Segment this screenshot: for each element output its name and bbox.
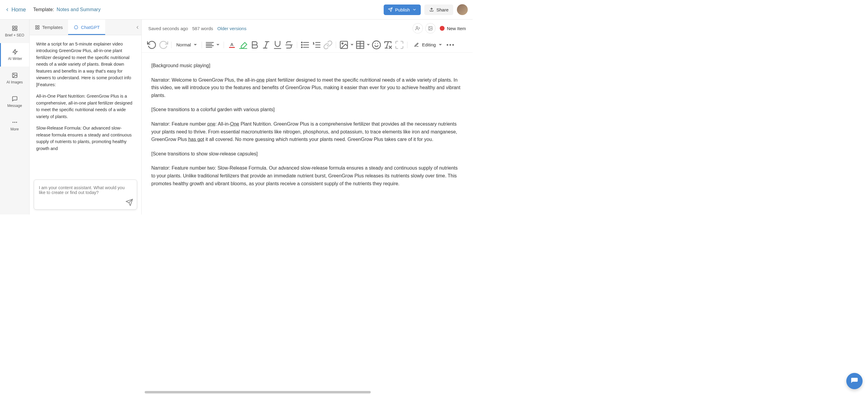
rail-brief-seo[interactable]: Brief + SEO bbox=[0, 20, 29, 43]
side-panel: Templates ChatGPT Write a script for an … bbox=[30, 20, 142, 215]
number-list-button[interactable] bbox=[312, 40, 321, 50]
underline-button[interactable] bbox=[273, 40, 282, 50]
older-versions-link[interactable]: Older versions bbox=[217, 26, 247, 31]
editing-mode-select[interactable]: Editing bbox=[412, 42, 444, 47]
rail-more[interactable]: More bbox=[0, 113, 29, 137]
more-icon bbox=[445, 40, 455, 50]
svg-rect-14 bbox=[38, 28, 39, 29]
prompt-text: Write a script for an 5-minute explainer… bbox=[36, 41, 135, 88]
rail-message[interactable]: Message bbox=[0, 90, 29, 113]
fullscreen-button[interactable] bbox=[395, 40, 404, 50]
dashboard-icon bbox=[12, 25, 18, 31]
rail-label: Brief + SEO bbox=[5, 33, 24, 37]
share-button[interactable]: Share bbox=[424, 4, 453, 15]
editor: Saved seconds ago 587 words Older versio… bbox=[142, 20, 472, 215]
template-name[interactable]: Notes and Summary bbox=[57, 7, 101, 12]
svg-point-10 bbox=[16, 122, 17, 123]
insert-image-button[interactable] bbox=[339, 40, 349, 50]
tab-label: Templates bbox=[42, 25, 63, 30]
clear-format-button[interactable] bbox=[383, 40, 393, 50]
collapse-panel-button[interactable] bbox=[133, 23, 142, 32]
document-body[interactable]: [Background music playing] Narrator: Wel… bbox=[142, 53, 472, 215]
panel-body: Write a script for an 5-minute explainer… bbox=[30, 35, 141, 215]
add-user-button[interactable] bbox=[412, 23, 423, 33]
svg-point-36 bbox=[301, 44, 302, 45]
italic-button[interactable] bbox=[261, 40, 271, 50]
strike-button[interactable] bbox=[284, 40, 294, 50]
chevron-down-icon[interactable] bbox=[350, 44, 353, 45]
doc-paragraph: [Background music playing] bbox=[151, 62, 463, 70]
rail-ai-writer[interactable]: AI Writer bbox=[0, 43, 29, 67]
emoji-button[interactable] bbox=[372, 40, 381, 50]
italic-icon bbox=[261, 40, 271, 50]
paragraph-style-select[interactable]: Normal bbox=[175, 42, 198, 47]
chat-send-button[interactable] bbox=[125, 198, 133, 206]
rail-label: AI Images bbox=[6, 80, 23, 84]
template-label: Template: bbox=[33, 7, 54, 12]
redo-button[interactable] bbox=[158, 40, 168, 50]
side-tabs: Templates ChatGPT bbox=[30, 20, 141, 35]
template-breadcrumb: Template: Notes and Summary bbox=[33, 7, 101, 12]
chevron-down-icon[interactable] bbox=[367, 44, 370, 45]
home-link[interactable]: Home bbox=[5, 7, 26, 13]
svg-rect-13 bbox=[38, 26, 39, 27]
tab-templates[interactable]: Templates bbox=[30, 20, 68, 35]
new-item-button[interactable]: New Item bbox=[440, 26, 466, 31]
doc-paragraph: Narrator: Feature number two: Slow-Relea… bbox=[151, 164, 463, 187]
bold-button[interactable] bbox=[250, 40, 259, 50]
more-icon bbox=[12, 119, 18, 125]
sidebar-rail: Brief + SEO AI Writer AI Images Message … bbox=[0, 20, 30, 215]
rail-ai-images[interactable]: AI Images bbox=[0, 67, 29, 90]
svg-point-9 bbox=[14, 122, 15, 123]
text-color-icon: A bbox=[229, 42, 235, 48]
highlight-button[interactable] bbox=[239, 40, 248, 50]
redo-icon bbox=[158, 40, 168, 50]
tab-label: ChatGPT bbox=[81, 25, 100, 30]
align-left-icon bbox=[205, 40, 215, 50]
send-icon bbox=[125, 198, 133, 206]
share-label: Share bbox=[436, 7, 448, 12]
chat-input-wrap bbox=[34, 179, 137, 210]
clear-format-icon bbox=[383, 40, 393, 50]
insert-table-button[interactable] bbox=[355, 40, 365, 50]
avatar[interactable] bbox=[457, 4, 468, 15]
prompt-text: All-in-One Plant Nutrition: GreenGrow Pl… bbox=[36, 93, 135, 120]
chevron-left-icon bbox=[5, 7, 10, 12]
publish-button[interactable]: Publish bbox=[384, 4, 421, 15]
svg-point-35 bbox=[301, 42, 302, 43]
link-button[interactable] bbox=[323, 40, 333, 50]
doc-paragraph: Narrator: Welcome to GreenGrow Plus, the… bbox=[151, 76, 463, 99]
rail-label: AI Writer bbox=[8, 57, 22, 61]
link-icon bbox=[323, 40, 333, 50]
chat-input[interactable] bbox=[39, 185, 132, 204]
bullet-list-button[interactable] bbox=[300, 40, 310, 50]
send-icon bbox=[388, 7, 393, 12]
image-icon bbox=[428, 26, 433, 31]
svg-point-37 bbox=[301, 47, 302, 47]
home-label: Home bbox=[11, 7, 26, 13]
undo-button[interactable] bbox=[147, 40, 157, 50]
status-dot-icon bbox=[440, 26, 444, 31]
toolbar: Normal A bbox=[142, 37, 472, 53]
svg-point-8 bbox=[13, 74, 14, 75]
tab-chatgpt[interactable]: ChatGPT bbox=[68, 20, 105, 35]
align-button[interactable] bbox=[205, 40, 215, 50]
highlight-icon bbox=[239, 40, 248, 50]
add-image-button[interactable] bbox=[425, 23, 435, 33]
publish-label: Publish bbox=[395, 7, 410, 12]
new-item-label: New Item bbox=[447, 26, 466, 31]
chevron-down-icon bbox=[194, 44, 197, 45]
strikethrough-icon bbox=[284, 40, 294, 50]
upload-icon bbox=[429, 7, 434, 12]
chevron-left-icon bbox=[135, 25, 140, 30]
toolbar-more-button[interactable] bbox=[445, 40, 455, 50]
editor-header: Saved seconds ago 587 words Older versio… bbox=[142, 20, 472, 37]
chevron-down-icon bbox=[412, 7, 416, 12]
svg-rect-5 bbox=[12, 29, 14, 31]
chevron-down-icon[interactable] bbox=[216, 44, 219, 45]
svg-marker-6 bbox=[13, 50, 18, 55]
topbar: Home Template: Notes and Summary Publish… bbox=[0, 0, 472, 20]
svg-point-54 bbox=[447, 44, 448, 45]
text-color-button[interactable]: A bbox=[227, 40, 237, 50]
doc-paragraph: [Scene transitions to show slow-release … bbox=[151, 150, 463, 158]
